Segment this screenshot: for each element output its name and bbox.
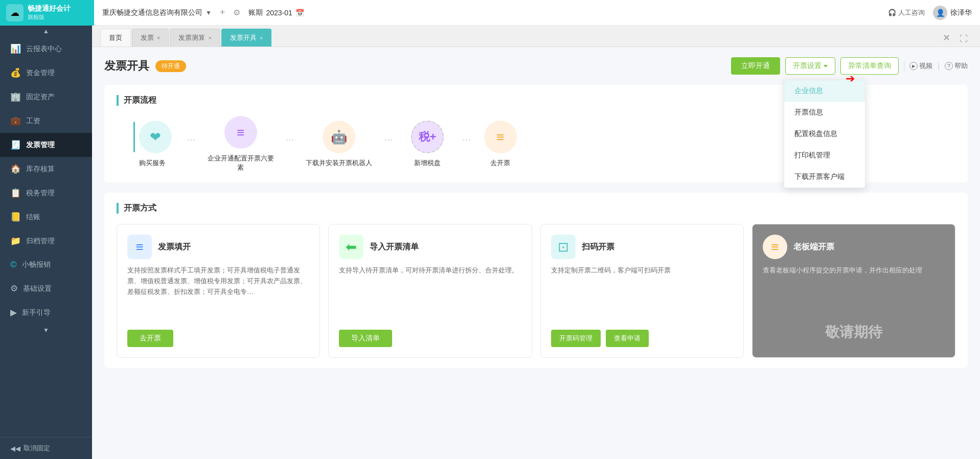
page-content: 发票开具 待开通 立即开通 开票设置 异常清单查询 ▶ 视频 |: [92, 47, 980, 459]
tab-invoice-open-close[interactable]: ×: [260, 35, 263, 41]
process-step-5: ≡ 去开票: [475, 121, 526, 168]
settings-icon[interactable]: ⚙: [233, 8, 240, 17]
settings-sidebar-icon: ⚙: [10, 283, 18, 294]
step-2-label: 企业开通配置开票六要素: [205, 154, 277, 172]
scan-manage-button[interactable]: 开票码管理: [551, 330, 601, 347]
sidebar-item-fund[interactable]: 💰 资金管理: [0, 61, 92, 85]
step-1-label: 购买服务: [139, 158, 166, 168]
tab-invoice-open[interactable]: 发票开具 ×: [221, 29, 271, 47]
step-4-label: 新增税盘: [414, 158, 441, 168]
dropdown-item-download[interactable]: 下载开票客户端: [784, 166, 865, 188]
page-title: 发票开具: [104, 58, 149, 74]
billing-section-title: 开票方式: [117, 203, 955, 214]
cloud-report-icon: 📊: [10, 43, 21, 54]
dropdown-item-tax-disk[interactable]: 配置税盘信息: [784, 123, 865, 145]
billing-card-manual: ≡ 发票填开 支持按照发票样式手工填开发票；可开具增值税电子普通发票、增值税普通…: [117, 224, 320, 358]
boss-billing-desc: 查看老板端小程序提交的开票申请，并作出相应的处理: [763, 265, 945, 276]
tab-invoice[interactable]: 发票 ×: [132, 29, 169, 47]
tab-invoice-test[interactable]: 发票测算 ×: [170, 29, 220, 47]
import-billing-icon: ⬅: [339, 235, 363, 259]
company-selector[interactable]: 重庆畅捷交通信息咨询有限公司 ▼: [102, 8, 212, 17]
sidebar: ▲ 📊 云报表中心 💰 资金管理 🏢 固定资产 💼 工资 🧾 发票管理: [0, 26, 92, 459]
sidebar-item-guide[interactable]: ▶ 新手引导: [0, 301, 92, 325]
fixed-assets-icon: 🏢: [10, 91, 21, 102]
billing-card-scan: ⊡ 扫码开票 支持定制开票二维码，客户端可扫码开票 开票码管理 查看申请: [540, 224, 744, 358]
tab-bar: 首页 发票 × 发票测算 × 发票开具 × ✕ ⛶: [92, 26, 980, 47]
tab-invoice-test-close[interactable]: ×: [208, 35, 211, 41]
page-header: 发票开具 待开通 立即开通 开票设置 异常清单查询 ▶ 视频 |: [104, 57, 968, 75]
sidebar-item-report[interactable]: © 小畅报销: [0, 253, 92, 277]
help-link[interactable]: ? 帮助: [945, 61, 968, 71]
manual-billing-icon: ≡: [127, 235, 152, 259]
app-name: 畅捷通好会计: [28, 4, 71, 13]
status-badge: 待开通: [155, 60, 186, 72]
scan-billing-icon: ⊡: [551, 235, 576, 259]
headset-icon: 🎧: [888, 9, 896, 16]
dropdown-arrow-icon: ▼: [206, 9, 212, 16]
sidebar-item-settings[interactable]: ⚙ 基础设置: [0, 277, 92, 301]
tax-icon: 📋: [10, 188, 21, 198]
window-maximize-button[interactable]: ⛶: [955, 32, 972, 45]
step-arrow-3: ···: [384, 133, 393, 155]
sidebar-item-archive[interactable]: 📁 归档管理: [0, 229, 92, 253]
dropdown-item-printer[interactable]: 打印机管理: [784, 145, 865, 166]
boss-billing-title: 老板端开票: [793, 242, 834, 253]
billing-section: 开票方式 ≡ 发票填开 支持按照发票样式手工填开发票；可开具增值税电子普通发票、…: [104, 193, 968, 368]
dropdown-menu: ➔ 企业信息 开票信息 配置税盘信息 打印机管理 下载开票客户端: [784, 80, 865, 188]
sidebar-item-inventory[interactable]: 🏠 库存核算: [0, 157, 92, 181]
sidebar-item-tax[interactable]: 📋 税务管理: [0, 181, 92, 205]
sidebar-item-cloud-report[interactable]: 📊 云报表中心: [0, 37, 92, 61]
dropdown-item-invoice-info[interactable]: 开票信息: [784, 102, 865, 123]
company-name: 重庆畅捷交通信息咨询有限公司: [102, 8, 202, 17]
step-arrow-2: ···: [286, 133, 294, 155]
step-5-label: 去开票: [490, 158, 510, 168]
step-3-label: 下载并安装开票机器人: [306, 158, 372, 168]
settings-button[interactable]: 开票设置: [785, 57, 835, 75]
period-info: 账期 2023-01 📅: [248, 8, 304, 17]
step-arrow-4: ···: [462, 133, 471, 155]
boss-billing-icon: ≡: [763, 235, 787, 259]
manual-billing-button[interactable]: 去开票: [127, 330, 173, 347]
report-icon: ©: [10, 260, 17, 270]
scroll-down[interactable]: ▼: [0, 325, 92, 336]
sidebar-item-invoice-mgmt[interactable]: 🧾 发票管理: [0, 133, 92, 157]
process-step-1: ❤ 购买服务: [122, 121, 183, 168]
username: 徐泽华: [950, 8, 972, 17]
import-billing-desc: 支持导入待开票清单，可对待开票清单进行拆分、合并处理。: [339, 265, 521, 322]
sidebar-item-payroll[interactable]: 💼 工资: [0, 109, 92, 133]
window-close-button[interactable]: ✕: [939, 30, 954, 45]
billing-card-import: ⬅ 导入开票清单 支持导入待开票清单，可对待开票清单进行拆分、合并处理。 导入清…: [328, 224, 532, 358]
invoice-mgmt-icon: 🧾: [10, 140, 21, 150]
red-arrow-indicator: ➔: [846, 73, 855, 84]
logo-area: ☁ 畅捷通好会计 旗舰版: [0, 0, 94, 26]
process-step-4: 税+ 新增税盘: [397, 121, 458, 168]
step-arrow-1: ···: [187, 133, 196, 155]
process-step-2: ≡ 企业开通配置开票六要素: [200, 116, 282, 172]
archive-icon: 📁: [10, 236, 21, 246]
video-link[interactable]: ▶ 视频: [909, 61, 932, 71]
user-info: 👤 徐泽华: [933, 6, 972, 20]
scroll-up[interactable]: ▲: [0, 26, 92, 37]
scan-billing-desc: 支持定制开票二维码，客户端可扫码开票: [551, 265, 733, 322]
activate-button[interactable]: 立即开通: [731, 57, 780, 75]
inventory-icon: 🏠: [10, 164, 21, 174]
cancel-pin-button[interactable]: ◀◀ 取消固定: [0, 437, 92, 459]
play-icon: ▶: [909, 62, 918, 70]
tab-invoice-close[interactable]: ×: [157, 35, 160, 41]
import-billing-button[interactable]: 导入清单: [339, 330, 392, 347]
guide-icon: ▶: [10, 307, 17, 318]
scan-view-button[interactable]: 查看申请: [606, 330, 649, 347]
help-icon: ?: [945, 62, 953, 70]
avatar: 👤: [933, 6, 947, 20]
accounting-icon: 📒: [10, 212, 21, 222]
sidebar-item-accounting[interactable]: 📒 结账: [0, 205, 92, 229]
billing-card-boss: ≡ 老板端开票 查看老板端小程序提交的开票申请，并作出相应的处理 敬请期待: [752, 224, 955, 358]
support-button[interactable]: 🎧 人工咨询: [888, 8, 925, 17]
calendar-icon[interactable]: 📅: [295, 9, 304, 17]
tab-home[interactable]: 首页: [100, 29, 131, 47]
sidebar-item-fixed-assets[interactable]: 🏢 固定资产: [0, 85, 92, 109]
boss-overlay-text: 敬请期待: [753, 323, 955, 342]
settings-dropdown-arrow: [824, 65, 828, 67]
scan-billing-title: 扫码开票: [582, 242, 614, 253]
add-company-button[interactable]: +: [220, 7, 225, 18]
